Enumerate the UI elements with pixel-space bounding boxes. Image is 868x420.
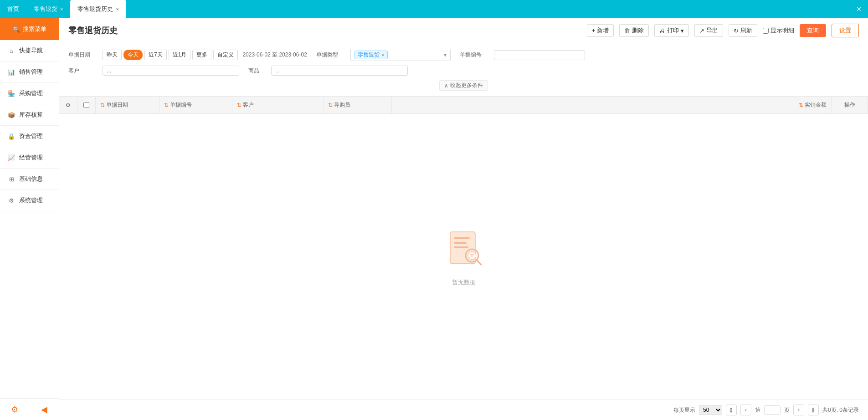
date-1month[interactable]: 近1月 <box>169 50 191 60</box>
sidebar-search[interactable]: 🔍 搜索菜单 <box>0 18 59 40</box>
prev-page-button[interactable]: ‹ <box>740 405 751 415</box>
home-icon: ⌂ <box>7 46 15 55</box>
th-checkbox[interactable] <box>77 97 96 113</box>
sidebar-item-label: 系统管理 <box>19 196 43 205</box>
th-action: 操作 <box>832 97 868 113</box>
collapse-button[interactable]: ∧ 收起更多条件 <box>439 80 488 91</box>
sidebar-item-inventory[interactable]: 📦 库存核算 <box>0 104 59 126</box>
page-label: 第 <box>755 406 760 414</box>
type-dropdown-icon: ▾ <box>444 52 447 58</box>
empty-icon <box>441 227 487 273</box>
type-filter-select[interactable]: 零售退货 × ▾ <box>350 49 451 61</box>
select-all-checkbox[interactable] <box>83 102 89 108</box>
type-tag-close[interactable]: × <box>381 52 385 58</box>
total-text: 共0页, 0条记录 <box>822 406 859 414</box>
refresh-button[interactable]: ↻ 刷新 <box>729 24 757 37</box>
date-filter-label: 单据日期 <box>68 51 93 59</box>
display-check-container: 显示明细 <box>763 26 794 35</box>
export-icon: ↗ <box>699 27 704 34</box>
type-filter-label: 单据类型 <box>316 51 341 59</box>
sidebar-item-label: 销售管理 <box>19 68 43 76</box>
svg-point-5 <box>468 251 476 260</box>
grid-icon: ⊞ <box>7 175 15 183</box>
tab-retail-return-history[interactable]: 零售退货历史 × <box>70 0 126 18</box>
main-layout: 🔍 搜索菜单 ⌂ 快捷导航 📊 销售管理 🏪 采购管理 📦 库存核算 🔒 资金管… <box>0 18 868 420</box>
amount-sort-icon: ⇅ <box>799 102 803 108</box>
lock-icon: 🔒 <box>7 132 15 140</box>
sidebar-settings-button[interactable]: ⚙ <box>0 399 30 420</box>
stats-icon: 📈 <box>7 154 15 162</box>
new-button[interactable]: + 新增 <box>587 24 614 37</box>
sidebar-item-label: 经营管理 <box>19 154 43 162</box>
sidebar-item-label: 资金管理 <box>19 132 43 140</box>
sidebar-item-finance[interactable]: 🔒 资金管理 <box>0 126 59 147</box>
tab-home[interactable]: 首页 <box>0 0 26 18</box>
tab-retail-return-close[interactable]: × <box>60 6 63 12</box>
display-detail-checkbox[interactable] <box>763 28 769 34</box>
number-filter-label: 单据编号 <box>460 51 485 59</box>
box-icon: 📦 <box>7 111 15 119</box>
print-button[interactable]: 🖨 打印 ▾ <box>654 24 689 37</box>
guide-sort-icon: ⇅ <box>328 102 333 108</box>
setting-button[interactable]: 设置 <box>832 24 859 37</box>
date-options: 昨天 今天 近7天 近1月 更多 自定义 2023-06-02 至 2023-0… <box>103 50 307 60</box>
th-settings[interactable]: ⚙ <box>59 97 77 113</box>
th-guide: ⇅ 导购员 <box>324 97 392 113</box>
filter-row-1: 单据日期 昨天 今天 近7天 近1月 更多 自定义 2023-06-02 至 2… <box>68 49 859 61</box>
print-icon: 🖨 <box>659 27 665 34</box>
table-area: ⚙ ⇅ 单据日期 ⇅ 单据编号 ⇅ 客户 ⇅ <box>59 97 868 400</box>
query-button[interactable]: 查询 <box>800 24 826 37</box>
pagination-bar: 每页显示 10 20 50 100 ⟪ ‹ 第 1 页 › ⟫ 共0页, 0条记… <box>59 400 868 420</box>
svg-rect-1 <box>454 237 470 239</box>
customer-sort-icon: ⇅ <box>237 102 241 108</box>
export-button[interactable]: ↗ 导出 <box>694 24 723 37</box>
empty-text: 暂无数据 <box>452 278 476 287</box>
top-bar: 首页 零售退货 × 零售退货历史 × × <box>0 0 868 18</box>
collapse-row: ∧ 收起更多条件 <box>68 80 859 91</box>
th-amount: ⇅ 实销金额 <box>392 97 832 113</box>
refresh-icon: ↻ <box>734 27 739 34</box>
chart-icon: 📊 <box>7 68 15 76</box>
number-filter-input[interactable] <box>494 50 585 60</box>
last-page-button[interactable]: ⟫ <box>808 405 819 415</box>
sidebar-item-label: 基础信息 <box>19 175 43 183</box>
sidebar-volume-button[interactable]: ◀ <box>30 399 59 420</box>
page-input[interactable]: 1 <box>764 405 781 415</box>
shop-icon: 🏪 <box>7 89 15 97</box>
window-close-button[interactable]: × <box>850 0 868 18</box>
date-range-display: 2023-06-02 至 2023-06-02 <box>242 51 307 59</box>
date-custom[interactable]: 自定义 <box>213 50 238 60</box>
date-sort-icon: ⇅ <box>100 102 105 108</box>
sidebar-item-system[interactable]: ⚙ 系统管理 <box>0 190 59 211</box>
first-page-button[interactable]: ⟪ <box>726 405 737 415</box>
sidebar-item-sales[interactable]: 📊 销售管理 <box>0 61 59 83</box>
tab-retail-return[interactable]: 零售退货 × <box>26 0 70 18</box>
sidebar-item-home[interactable]: ⌂ 快捷导航 <box>0 40 59 61</box>
filter-row-2: 客户 商品 <box>68 66 859 76</box>
gear-icon: ⚙ <box>7 196 15 205</box>
next-page-button[interactable]: › <box>793 405 804 415</box>
page-header: 零售退货历史 + 新增 🗑 删除 🖨 打印 ▾ ↗ 导出 <box>59 18 868 43</box>
delete-button[interactable]: 🗑 删除 <box>619 24 649 37</box>
sidebar-item-label: 库存核算 <box>19 111 43 119</box>
per-page-select[interactable]: 10 20 50 100 <box>699 405 722 415</box>
svg-rect-2 <box>454 242 467 244</box>
tab-retail-return-history-close[interactable]: × <box>116 6 118 12</box>
sidebar-item-purchase[interactable]: 🏪 采购管理 <box>0 83 59 104</box>
goods-filter-input[interactable] <box>271 66 408 76</box>
empty-state: 暂无数据 <box>59 114 868 400</box>
filter-area: 单据日期 昨天 今天 近7天 近1月 更多 自定义 2023-06-02 至 2… <box>59 43 868 97</box>
sidebar-search-label: 搜索菜单 <box>23 25 46 33</box>
date-today[interactable]: 今天 <box>123 50 143 60</box>
table-header: ⚙ ⇅ 单据日期 ⇅ 单据编号 ⇅ 客户 ⇅ <box>59 97 868 114</box>
number-sort-icon: ⇅ <box>164 102 169 108</box>
date-yesterday[interactable]: 昨天 <box>103 50 122 60</box>
date-7days[interactable]: 近7天 <box>144 50 167 60</box>
sidebar-item-basic-info[interactable]: ⊞ 基础信息 <box>0 169 59 190</box>
type-tag: 零售退货 × <box>354 51 388 59</box>
sidebar-item-operations[interactable]: 📈 经营管理 <box>0 147 59 169</box>
page-unit: 页 <box>784 406 790 414</box>
customer-filter-input[interactable] <box>103 66 239 76</box>
date-more[interactable]: 更多 <box>192 50 211 60</box>
print-dropdown-icon: ▾ <box>681 27 684 34</box>
